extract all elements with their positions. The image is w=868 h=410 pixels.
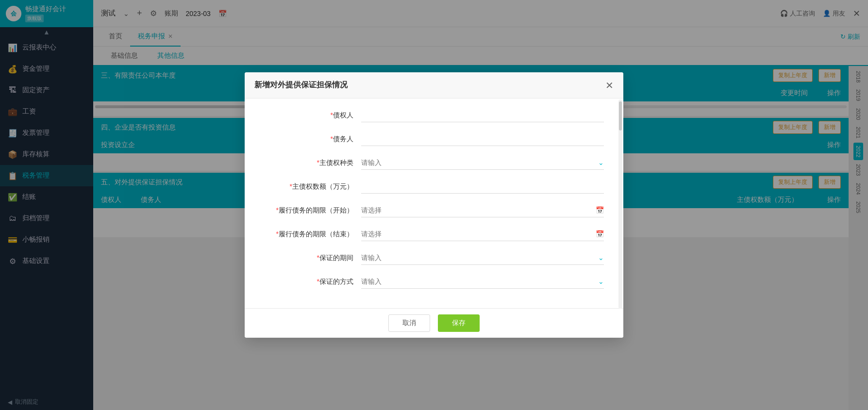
- guarantee-period-input[interactable]: [361, 254, 598, 262]
- creditor-label: *债权人: [264, 111, 361, 120]
- period-end-label-text: 履行债务的期限（结束）: [279, 230, 353, 238]
- debt-type-chevron-icon[interactable]: ⌄: [598, 159, 604, 166]
- period-start-calendar-icon[interactable]: 📅: [596, 206, 604, 214]
- form-row-debt-amount: *主债权数额（万元）: [264, 180, 604, 194]
- guarantee-period-label: *保证的期间: [264, 254, 361, 262]
- form-row-guarantee-method: *保证的方式 ⌄: [264, 275, 604, 289]
- period-end-date-row: 📅: [361, 227, 604, 241]
- guarantee-method-chevron-icon[interactable]: ⌄: [598, 278, 604, 285]
- dialog-scrollbar-track[interactable]: [618, 99, 622, 309]
- period-start-label: *履行债务的期限（开始）: [264, 206, 361, 215]
- debt-amount-input[interactable]: [361, 180, 604, 194]
- form-row-period-start: *履行债务的期限（开始） 📅: [264, 203, 604, 217]
- debt-amount-label-text: 主债权数额（万元）: [292, 182, 353, 190]
- form-row-period-end: *履行债务的期限（结束） 📅: [264, 227, 604, 241]
- dialog-overlay: 新增对外提供保证担保情况 ✕ *债权人 *债务人 *主债权种类: [0, 0, 868, 410]
- period-start-date-row: 📅: [361, 203, 604, 217]
- debtor-input[interactable]: [361, 132, 604, 146]
- dialog-close-button[interactable]: ✕: [605, 81, 614, 90]
- debt-amount-label: *主债权数额（万元）: [264, 182, 361, 191]
- creditor-label-text: 债权人: [333, 111, 353, 119]
- guarantee-period-select-row: ⌄: [361, 251, 604, 265]
- debt-type-select-row: ⌄: [361, 156, 604, 170]
- debtor-label: *债务人: [264, 135, 361, 144]
- dialog-header: 新增对外提供保证担保情况 ✕: [245, 72, 623, 98]
- dialog-footer: 取消 保存: [245, 308, 623, 338]
- guarantee-period-chevron-icon[interactable]: ⌄: [598, 254, 604, 262]
- dialog-title: 新增对外提供保证担保情况: [254, 80, 348, 90]
- guarantee-method-label-text: 保证的方式: [319, 278, 353, 285]
- guarantee-period-label-text: 保证的期间: [319, 254, 353, 262]
- dialog-scrollbar-thumb: [619, 101, 622, 131]
- add-guarantee-dialog: 新增对外提供保证担保情况 ✕ *债权人 *债务人 *主债权种类: [245, 72, 623, 338]
- save-button[interactable]: 保存: [438, 314, 480, 332]
- period-end-input[interactable]: [361, 230, 596, 238]
- form-row-debt-type: *主债权种类 ⌄: [264, 156, 604, 170]
- form-row-guarantee-period: *保证的期间 ⌄: [264, 251, 604, 265]
- dialog-body: *债权人 *债务人 *主债权种类 ⌄: [245, 98, 623, 308]
- cancel-button[interactable]: 取消: [388, 314, 430, 332]
- guarantee-method-input[interactable]: [361, 278, 598, 285]
- period-end-calendar-icon[interactable]: 📅: [596, 230, 604, 238]
- period-start-label-text: 履行债务的期限（开始）: [279, 206, 353, 214]
- debt-type-label: *主债权种类: [264, 159, 361, 167]
- form-row-debtor: *债务人: [264, 132, 604, 146]
- form-row-creditor: *债权人: [264, 108, 604, 122]
- creditor-input[interactable]: [361, 108, 604, 122]
- guarantee-method-select-row: ⌄: [361, 275, 604, 289]
- debt-type-label-text: 主债权种类: [319, 159, 353, 166]
- debt-type-input[interactable]: [361, 159, 598, 166]
- guarantee-method-label: *保证的方式: [264, 278, 361, 286]
- period-end-label: *履行债务的期限（结束）: [264, 230, 361, 239]
- debtor-label-text: 债务人: [333, 135, 353, 143]
- period-start-input[interactable]: [361, 206, 596, 214]
